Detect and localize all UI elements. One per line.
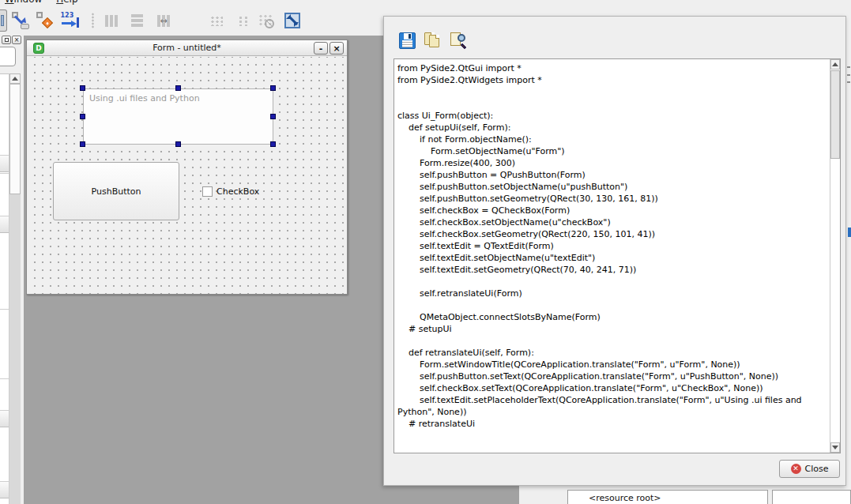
layout-vertical-icon	[131, 14, 143, 27]
layout-form-icon	[237, 15, 247, 26]
layout-grid-button	[205, 9, 226, 32]
edit-widgets-button[interactable]	[0, 9, 7, 32]
save-button[interactable]	[397, 30, 417, 51]
save-icon	[399, 32, 416, 49]
scrollbar-thumb[interactable]	[9, 84, 21, 194]
close-dialog-button[interactable]: ✕ Close	[779, 460, 840, 478]
checkbox-indicator[interactable]	[202, 186, 213, 197]
scroll-up-icon[interactable]	[9, 73, 21, 84]
widget-box-dock: ×	[0, 36, 24, 504]
selection-handle-top-right[interactable]	[270, 85, 276, 91]
checkbox-label: CheckBox	[217, 186, 259, 197]
layout-horizontal-splitter-button: ↔	[153, 9, 174, 32]
copy-button[interactable]	[422, 30, 442, 51]
textedit-widget[interactable]: Using .ui files and Python	[83, 88, 273, 145]
edit-mode-toolbar: 123 ↔ ↕	[0, 6, 382, 36]
edit-tab-order-button[interactable]: 123	[59, 9, 80, 32]
edit-signals-slots-icon	[12, 12, 29, 29]
form-minimize-button[interactable]: -	[314, 42, 328, 55]
break-layout-icon	[258, 14, 273, 27]
break-layout-button	[255, 9, 276, 32]
menubar-items: Window Help	[5, 0, 89, 5]
menu-window[interactable]: Window	[5, 0, 42, 5]
form-titlebar[interactable]: D Form - untitled* - ×	[27, 40, 347, 56]
selection-handle-bottom-right[interactable]	[270, 141, 276, 147]
edge-tick	[847, 74, 850, 76]
scroll-up-icon[interactable]	[830, 59, 840, 70]
dock-float-button[interactable]	[2, 36, 11, 44]
pushbutton-widget[interactable]: PushButton	[53, 162, 179, 220]
scrollbar-thumb[interactable]	[830, 70, 840, 159]
menubar: Window Help	[0, 0, 851, 6]
toolbar-separator	[92, 13, 94, 28]
code-text[interactable]: from PySide2.QtGui import * from PySide2…	[394, 59, 830, 453]
adjust-size-icon	[284, 13, 300, 28]
layout-form-button	[232, 9, 252, 32]
float-icon	[5, 38, 9, 42]
close-icon: ×	[14, 36, 20, 43]
code-scrollbar[interactable]	[830, 59, 840, 453]
selection-handle-top-mid[interactable]	[175, 85, 181, 91]
edit-widgets-icon	[1, 15, 4, 26]
edit-signals-slots-button[interactable]	[10, 9, 31, 32]
copy-icon	[424, 32, 441, 49]
adjust-size-button[interactable]	[282, 9, 303, 32]
layout-grid-icon	[209, 15, 223, 26]
selection-handle-bottom-left[interactable]	[80, 141, 85, 147]
edge-tick	[847, 66, 850, 68]
textedit-placeholder: Using .ui files and Python	[84, 89, 273, 107]
edit-tab-order-icon: 123	[61, 12, 79, 29]
code-editor[interactable]: from PySide2.QtGui import * from PySide2…	[393, 58, 841, 453]
scroll-down-icon[interactable]	[830, 442, 840, 453]
edge-scrollbar-sliver	[848, 228, 851, 237]
selection-handle-mid-right[interactable]	[270, 114, 276, 119]
dock-close-button[interactable]: ×	[12, 36, 21, 44]
close-red-icon: ✕	[791, 464, 801, 474]
form-designer-window[interactable]: D Form - untitled* - × Using .ui files a…	[26, 39, 348, 295]
layout-horizontal-icon	[105, 15, 118, 27]
form-canvas[interactable]: Using .ui files and Python PushButton Ch…	[28, 57, 347, 294]
edit-buddies-icon	[36, 12, 54, 29]
code-preview-dialog[interactable]: from PySide2.QtGui import * from PySide2…	[383, 16, 846, 486]
find-icon	[449, 32, 466, 49]
designer-form-icon: D	[33, 43, 44, 54]
checkbox-widget[interactable]: CheckBox	[202, 175, 282, 208]
selection-handle-mid-left[interactable]	[80, 114, 85, 119]
widget-box-list[interactable]	[0, 73, 9, 504]
widget-box-scrollbar[interactable]	[9, 73, 21, 504]
menu-help[interactable]: Help	[56, 0, 77, 5]
close-button-label: Close	[805, 464, 829, 474]
pushbutton-label: PushButton	[92, 186, 141, 197]
selection-handle-top-left[interactable]	[80, 85, 85, 91]
resource-browser-panel-right[interactable]	[772, 490, 851, 504]
form-title: Form - untitled*	[27, 43, 347, 53]
selection-handle-bottom-mid[interactable]	[175, 141, 181, 147]
widget-filter-input[interactable]	[0, 47, 16, 66]
layout-horizontal-button	[101, 9, 122, 32]
find-button[interactable]	[447, 30, 468, 51]
resource-browser-panel[interactable]: <resource root>	[567, 490, 768, 504]
edge-tick	[847, 81, 850, 83]
resource-root-item[interactable]: <resource root>	[568, 491, 767, 503]
edit-buddies-button[interactable]	[35, 9, 55, 32]
form-close-button[interactable]: ×	[329, 42, 344, 55]
layout-vertical-button	[126, 9, 147, 32]
